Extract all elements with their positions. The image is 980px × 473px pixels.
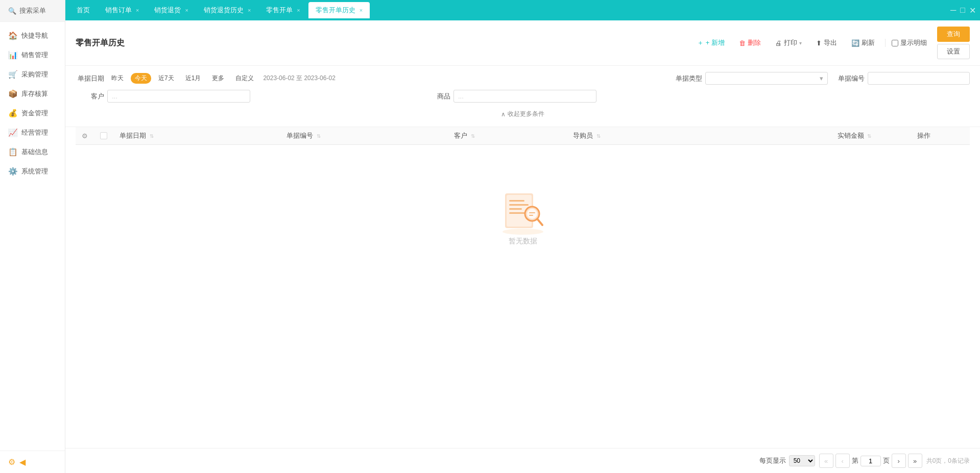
th-settings: ⚙ <box>76 127 94 145</box>
tab-close-retail-open[interactable]: × <box>297 7 300 13</box>
sidebar-item-sales-mgmt[interactable]: 📊销售管理 <box>0 45 65 65</box>
sidebar-icon-sales-mgmt: 📊 <box>8 51 17 60</box>
sort-customer-icon[interactable]: ⇅ <box>471 133 475 139</box>
date-shortcut-more[interactable]: 更多 <box>208 73 228 84</box>
export-button[interactable]: ⬆ 导出 <box>812 36 841 49</box>
empty-illustration <box>492 186 554 237</box>
sidebar-item-purchase-mgmt[interactable]: 🛒采购管理 <box>0 65 65 84</box>
sidebar: 🔍 搜索采单 🏠快捷导航📊销售管理🛒采购管理📦库存核算💰资金管理📈经营管理📋基础… <box>0 0 65 473</box>
tab-close-sales-order[interactable]: × <box>136 7 139 13</box>
number-input[interactable] <box>868 72 970 85</box>
sidebar-label-quick-nav: 快捷导航 <box>21 31 48 40</box>
delete-button[interactable]: 🗑 删除 <box>735 36 765 49</box>
svg-rect-10 <box>529 212 535 213</box>
sort-amount-icon[interactable]: ⇅ <box>867 133 871 139</box>
tab-sales-return[interactable]: 销货退货× <box>147 2 195 18</box>
refresh-icon: 🔄 <box>851 39 859 47</box>
per-page-label: 每页显示 <box>759 456 786 465</box>
date-shortcut-yesterday[interactable]: 昨天 <box>107 73 128 84</box>
display-checkbox[interactable] <box>892 40 898 46</box>
tab-label-sales-order: 销售订单 <box>105 6 132 15</box>
goods-select[interactable]: ... <box>453 90 596 103</box>
main-area: 首页销售订单×销货退货×销货退货历史×零售开单×零售开单历史× ─ □ ✕ 零售… <box>65 0 980 473</box>
sidebar-label-system: 系统管理 <box>21 167 48 176</box>
data-table: ⚙ 单据日期 ⇅ 单据编号 ⇅ <box>76 127 970 287</box>
customer-select[interactable]: ... <box>107 90 250 103</box>
type-select[interactable]: ▾ <box>705 72 828 85</box>
sidebar-icon-purchase-mgmt: 🛒 <box>8 70 17 79</box>
select-all-checkbox[interactable] <box>100 132 107 139</box>
sidebar-item-system[interactable]: ⚙️系统管理 <box>0 162 65 181</box>
th-amount: 实销金额 ⇅ <box>710 127 877 145</box>
sidebar-search[interactable]: 🔍 搜索采单 <box>0 0 65 22</box>
date-shortcut-last1m[interactable]: 近1月 <box>181 73 205 84</box>
svg-point-8 <box>527 209 537 219</box>
per-page: 每页显示 102050100 <box>759 455 815 466</box>
close-button[interactable]: ✕ <box>969 6 976 15</box>
print-button[interactable]: 🖨 打印 ▾ <box>771 36 806 49</box>
svg-rect-6 <box>509 212 526 214</box>
column-settings-icon[interactable]: ⚙ <box>82 132 88 140</box>
th-date: 单据日期 ⇅ <box>113 127 280 145</box>
sidebar-menu: 🏠快捷导航📊销售管理🛒采购管理📦库存核算💰资金管理📈经营管理📋基础信息⚙️系统管… <box>0 22 65 451</box>
tab-close-sales-return[interactable]: × <box>185 7 188 13</box>
table-header: ⚙ 单据日期 ⇅ 单据编号 ⇅ <box>76 127 970 145</box>
tab-sales-return-history[interactable]: 销货退货历史× <box>197 2 258 18</box>
tab-bar: 首页销售订单×销货退货×销货退货历史×零售开单×零售开单历史× ─ □ ✕ <box>65 0 980 20</box>
sidebar-icon-inventory: 📦 <box>8 89 17 98</box>
next-page-button[interactable]: › <box>892 454 906 468</box>
date-shortcut-custom[interactable]: 自定义 <box>231 73 258 84</box>
type-chevron-icon: ▾ <box>820 74 823 82</box>
th-checkbox <box>94 127 113 145</box>
tab-home[interactable]: 首页 <box>69 2 97 18</box>
refresh-button[interactable]: 🔄 刷新 <box>847 36 879 49</box>
add-icon: ＋ <box>697 38 704 47</box>
minimize-button[interactable]: ─ <box>950 6 956 15</box>
print-icon: 🖨 <box>775 39 782 47</box>
page-input[interactable] <box>861 456 881 466</box>
table-body: 暂无数据 <box>76 145 970 287</box>
tab-close-sales-return-history[interactable]: × <box>248 7 251 13</box>
tab-retail-open-history[interactable]: 零售开单历史× <box>308 2 370 18</box>
sidebar-icon-finance: 💰 <box>8 109 17 118</box>
th-salesperson: 导购员 ⇅ <box>567 127 710 145</box>
goods-select-value: ... <box>458 92 464 100</box>
sort-salesperson-icon[interactable]: ⇅ <box>596 133 601 139</box>
sidebar-item-operations[interactable]: 📈经营管理 <box>0 123 65 142</box>
sidebar-footer: ⚙ ◀ <box>0 451 65 473</box>
sidebar-item-quick-nav[interactable]: 🏠快捷导航 <box>0 26 65 45</box>
sort-number-icon[interactable]: ⇅ <box>317 133 321 139</box>
maximize-button[interactable]: □ <box>960 6 965 15</box>
collapse-button[interactable]: ∧ 收起更多条件 <box>501 110 544 118</box>
customer-label: 客户 <box>76 92 104 101</box>
sidebar-item-inventory[interactable]: 📦库存核算 <box>0 84 65 104</box>
date-filter: 单据日期 昨天今天近7天近1月更多自定义 2023-06-02 至 2023-0… <box>76 73 336 84</box>
page-summary: 共0页，0条记录 <box>926 457 970 465</box>
header-row: ⚙ 单据日期 ⇅ 单据编号 ⇅ <box>76 127 970 145</box>
toolbar: ＋ + 新增 🗑 删除 🖨 打印 ▾ ⬆ 导出 🔄 <box>693 27 970 59</box>
settings-icon[interactable]: ⚙ <box>8 457 15 467</box>
date-shortcut-today[interactable]: 今天 <box>131 73 151 84</box>
goods-label: 商品 <box>422 92 450 101</box>
last-page-button[interactable]: » <box>908 454 922 468</box>
query-button[interactable]: 查询 <box>937 27 970 42</box>
sidebar-item-basic-info[interactable]: 📋基础信息 <box>0 142 65 162</box>
first-page-button[interactable]: « <box>819 454 833 468</box>
prev-page-button[interactable]: ‹ <box>835 454 850 468</box>
date-shortcut-last7[interactable]: 近7天 <box>154 73 178 84</box>
add-button[interactable]: ＋ + 新增 <box>693 36 729 49</box>
filter-area: 单据日期 昨天今天近7天近1月更多自定义 2023-06-02 至 2023-0… <box>65 66 980 127</box>
per-page-select[interactable]: 102050100 <box>789 455 815 466</box>
collapse-icon[interactable]: ◀ <box>19 457 26 467</box>
th-action: 操作 <box>877 127 970 145</box>
tab-retail-open[interactable]: 零售开单× <box>259 2 307 18</box>
display-toggle[interactable]: 显示明细 <box>892 38 927 47</box>
sidebar-search-label: 搜索采单 <box>19 6 46 15</box>
tab-label-retail-open-history: 零售开单历史 <box>316 6 355 15</box>
tab-close-retail-open-history[interactable]: × <box>360 7 363 13</box>
page-suffix: 页 <box>883 456 890 465</box>
sort-date-icon[interactable]: ⇅ <box>150 133 154 139</box>
sidebar-item-finance[interactable]: 💰资金管理 <box>0 104 65 123</box>
tab-sales-order[interactable]: 销售订单× <box>98 2 146 18</box>
filter-settings-button[interactable]: 设置 <box>937 44 970 59</box>
